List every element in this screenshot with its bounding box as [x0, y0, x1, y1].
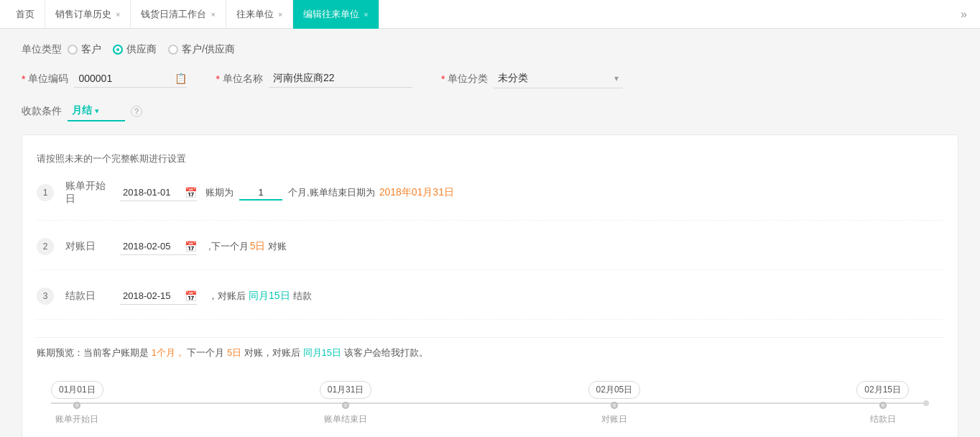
period-suffix-2b: 对账 [268, 240, 287, 253]
unit-category-select[interactable]: 未分类 ▾ [494, 69, 623, 88]
period-row-1: 1 账单开始日 📅 账期为 个月,账单结束日期为 2018年01月31日 [37, 180, 943, 221]
unit-code-label: 单位编码 [28, 73, 68, 86]
unit-category-star: * [441, 73, 445, 85]
unit-name-input[interactable] [269, 70, 412, 88]
timeline-node-2-date: 01月31日 [320, 381, 372, 399]
tab-cash-reconciliation-close[interactable]: × [211, 10, 215, 19]
unit-category-field: * 单位分类 未分类 ▾ [441, 69, 623, 88]
timeline-node-4-label: 结款日 [870, 413, 896, 426]
period-row-3: 3 结款日 📅 ，对账后 同月15日 结款 [37, 288, 943, 320]
preview-part2-prefix: 下一个月 [187, 347, 224, 358]
radio-supplier-label: 供应商 [126, 43, 157, 56]
calendar-icon-2[interactable]: 📅 [185, 241, 197, 252]
period-months-input[interactable] [239, 185, 282, 201]
unit-code-star: * [22, 73, 25, 85]
payment-terms-label: 收款条件 [22, 105, 62, 118]
payment-terms-field: 收款条件 月结 ▾ ? [22, 101, 142, 121]
period-label-2: 对账日 [65, 240, 108, 253]
tab-sales-history[interactable]: 销售订单历史 × [45, 0, 131, 29]
preview-part1: 1个月， [152, 347, 185, 358]
radio-both[interactable]: 客户/供应商 [168, 43, 235, 56]
timeline-spacer-2 [371, 402, 588, 404]
unit-type-row: 单位类型 客户 供应商 客户/供应商 [22, 43, 958, 56]
tab-home-label: 首页 [16, 8, 34, 21]
radio-both-circle [168, 45, 178, 55]
unit-code-field: * 单位编码 000001 📋 [22, 70, 187, 88]
date-input-wrap-3: 📅 [120, 288, 197, 305]
tab-edit-partner-close[interactable]: × [364, 10, 368, 19]
timeline-spacer-3 [640, 402, 856, 404]
unit-name-field: * 单位名称 [216, 70, 412, 88]
tab-cash-reconciliation[interactable]: 钱货日清工作台 × [131, 0, 226, 29]
timeline-tail [909, 402, 923, 404]
period-label-3: 结款日 [65, 290, 108, 303]
unit-info-row: * 单位编码 000001 📋 * 单位名称 * 单位分类 未分类 ▾ [22, 69, 958, 88]
timeline-node-4-dot [879, 402, 887, 409]
unit-category-label: 单位分类 [448, 73, 488, 86]
unit-category-value: 未分类 [498, 72, 614, 85]
payment-terms-arrow-icon: ▾ [95, 106, 99, 116]
radio-supplier[interactable]: 供应商 [113, 43, 157, 56]
preview-text: 账期预览：当前客户账期是 1个月， 下一个月 5日 对账，对账后 同月15日 该… [37, 337, 943, 374]
tab-sales-history-label: 销售订单历史 [55, 8, 111, 21]
tab-edit-partner-label: 编辑往来单位 [303, 8, 359, 21]
calendar-icon-3[interactable]: 📅 [185, 290, 197, 302]
radio-supplier-circle [113, 45, 123, 55]
tab-partner-units-label: 往来单位 [236, 8, 274, 21]
timeline-node-2: 01月31日 账单结束日 [320, 381, 372, 426]
payment-terms-help-icon[interactable]: ? [131, 106, 142, 117]
calendar-icon-1[interactable]: 📅 [185, 187, 197, 198]
timeline-node-3-dot [611, 402, 618, 409]
tab-sales-history-close[interactable]: × [116, 10, 120, 19]
preview-part2-highlight: 5日 [227, 347, 241, 358]
timeline: 01月01日 账单开始日 01月31日 账单结束日 02月05日 对账日 [37, 381, 943, 426]
panel-title: 请按照未来的一个完整帐期进行设置 [37, 152, 943, 165]
unit-code-input[interactable]: 000001 [74, 70, 175, 87]
payment-terms-select[interactable]: 月结 ▾ [68, 101, 125, 121]
date-input-2[interactable] [120, 238, 185, 254]
payment-terms-value: 月结 [72, 104, 92, 117]
date-input-wrap-1: 📅 [120, 184, 197, 201]
period-num-2: 2 [37, 238, 54, 255]
tab-partner-units[interactable]: 往来单位 × [226, 0, 293, 29]
timeline-node-1-dot [73, 402, 80, 409]
tab-home[interactable]: 首页 [6, 0, 45, 29]
timeline-node-2-dot [342, 402, 349, 409]
period-suffix-3b: 结款 [293, 290, 312, 303]
timeline-spacer-1 [103, 402, 320, 404]
date-input-wrap-2: 📅 [120, 238, 197, 255]
timeline-end-dot [923, 400, 929, 406]
payment-terms-row: 收款条件 月结 ▾ ? [22, 101, 958, 121]
date-input-3[interactable] [120, 288, 185, 304]
unit-type-field: 单位类型 客户 供应商 客户/供应商 [22, 43, 235, 56]
period-num-1: 1 [37, 184, 54, 201]
radio-both-label: 客户/供应商 [182, 43, 235, 56]
preview-suffix: 该客户会给我打款。 [344, 347, 428, 358]
preview-part3-highlight: 同月15日 [303, 347, 341, 358]
period-suffix-1a: 账期为 [205, 186, 234, 199]
unit-type-radio-group: 客户 供应商 客户/供应商 [68, 43, 235, 56]
timeline-node-2-label: 账单结束日 [324, 413, 367, 426]
radio-customer[interactable]: 客户 [68, 43, 101, 56]
period-suffix-1b: 个月,账单结束日期为 [288, 186, 375, 199]
tab-edit-partner[interactable]: 编辑往来单位 × [293, 0, 379, 29]
preview-prefix: 账期预览：当前客户账期是 [37, 347, 149, 358]
unit-name-label: 单位名称 [223, 73, 263, 86]
radio-customer-circle [68, 45, 78, 55]
tabs-bar: 首页 销售订单历史 × 钱货日清工作台 × 往来单位 × 编辑往来单位 × » [0, 0, 980, 29]
unit-code-copy-icon[interactable]: 📋 [175, 73, 187, 84]
unit-type-label: 单位类型 [22, 43, 62, 56]
timeline-node-1: 01月01日 账单开始日 [51, 381, 103, 426]
tab-cash-reconciliation-label: 钱货日清工作台 [141, 8, 206, 21]
date-input-1[interactable] [120, 184, 185, 201]
tabs-expand-button[interactable]: » [953, 8, 974, 21]
tab-partner-units-close[interactable]: × [278, 10, 282, 19]
timeline-node-4-date: 02月15日 [856, 381, 909, 399]
timeline-node-4: 02月15日 结款日 [856, 381, 909, 426]
period-suffix-2a: ,下一个月 [208, 240, 249, 253]
period-payment-highlight: 同月15日 [249, 290, 290, 303]
timeline-node-1-label: 账单开始日 [55, 413, 98, 426]
settings-panel: 请按照未来的一个完整帐期进行设置 1 账单开始日 📅 账期为 个月,账单结束日期… [22, 134, 958, 437]
unit-name-star: * [216, 73, 219, 85]
period-end-date-highlight: 2018年01月31日 [379, 186, 454, 199]
